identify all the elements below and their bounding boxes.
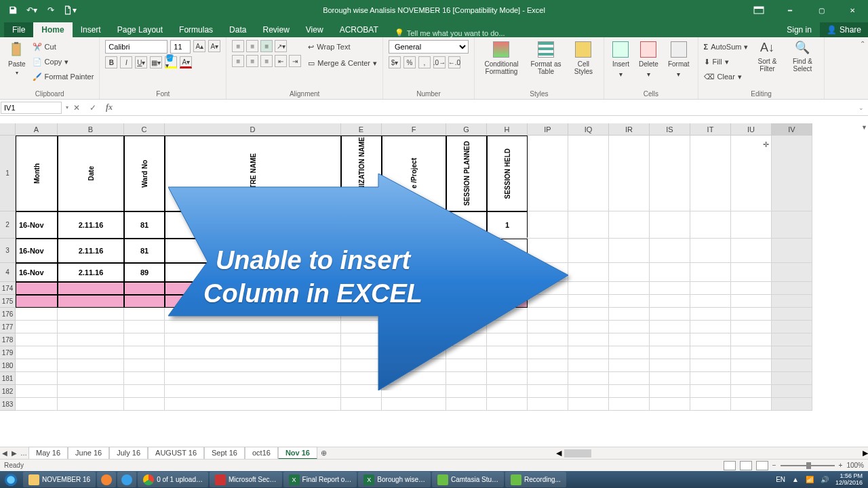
col-header-G[interactable]: G <box>446 123 487 136</box>
cell[interactable] <box>487 385 528 398</box>
cell[interactable] <box>568 282 609 295</box>
copy-button[interactable]: 📄Copy▾ <box>33 55 94 68</box>
row-header[interactable]: 180 <box>0 359 16 372</box>
cell[interactable]: 2.11.16 <box>58 239 124 263</box>
tray-network-icon[interactable]: 📶 <box>806 476 814 483</box>
maximize-icon[interactable]: ▢ <box>806 0 837 20</box>
sign-in-link[interactable]: Sign in <box>778 22 820 37</box>
zoom-level[interactable]: 100% <box>846 462 864 469</box>
cell[interactable] <box>124 295 165 308</box>
cell[interactable] <box>341 359 382 372</box>
cell[interactable] <box>446 308 487 321</box>
cell[interactable] <box>528 333 568 346</box>
tab-data[interactable]: Data <box>221 22 254 37</box>
sheet-tab[interactable]: AUGUST 16 <box>148 447 204 460</box>
cell[interactable] <box>165 372 341 385</box>
col-header-IQ[interactable]: IQ <box>568 123 609 136</box>
cell[interactable] <box>382 333 446 346</box>
taskbar-ie[interactable] <box>117 472 136 487</box>
cell[interactable] <box>124 282 165 295</box>
cell[interactable] <box>609 239 650 263</box>
font-name-input[interactable] <box>105 40 167 54</box>
taskbar-camtasia[interactable]: Camtasia Stu… <box>432 472 504 487</box>
cell[interactable] <box>731 398 772 411</box>
cell[interactable] <box>690 385 731 398</box>
number-format-select[interactable]: General <box>389 40 469 54</box>
col-header-H[interactable]: H <box>487 123 528 136</box>
fill-color-button[interactable]: 🪣▾ <box>165 56 177 68</box>
row-header[interactable]: 1 <box>0 136 16 211</box>
cell[interactable] <box>609 333 650 346</box>
cell[interactable] <box>341 346 382 359</box>
row-header[interactable]: 4 <box>0 263 16 282</box>
cell[interactable] <box>341 398 382 411</box>
cell[interactable] <box>568 333 609 346</box>
cell[interactable] <box>650 239 690 263</box>
cell[interactable] <box>772 211 812 239</box>
cell[interactable] <box>690 321 731 333</box>
sheet-tab[interactable]: oct16 <box>245 447 278 460</box>
row-header[interactable]: 2 <box>0 211 16 239</box>
underline-button[interactable]: U▾ <box>135 56 147 68</box>
col-header-A[interactable]: A <box>16 123 58 136</box>
cell[interactable] <box>568 321 609 333</box>
cell[interactable] <box>568 295 609 308</box>
cell[interactable] <box>487 333 528 346</box>
cell[interactable] <box>58 321 124 333</box>
cell[interactable] <box>568 136 609 211</box>
clear-button[interactable]: ⌫Clear▾ <box>704 70 749 83</box>
undo-icon[interactable]: ↶▾ <box>23 2 41 18</box>
cell[interactable]: 89 <box>124 263 165 282</box>
select-all[interactable] <box>0 123 16 136</box>
cell[interactable] <box>58 346 124 359</box>
cell[interactable] <box>528 398 568 411</box>
cell[interactable] <box>650 308 690 321</box>
cell[interactable] <box>341 211 382 239</box>
cell[interactable] <box>609 308 650 321</box>
cell[interactable] <box>650 211 690 239</box>
page-break-view-icon[interactable] <box>756 461 768 470</box>
decrease-font-icon[interactable]: A▾ <box>208 40 220 52</box>
font-size-input[interactable] <box>170 40 191 54</box>
cell[interactable] <box>165 295 341 308</box>
align-center-icon[interactable]: ≡ <box>246 55 258 67</box>
sheet-tab[interactable]: June 16 <box>68 447 109 460</box>
zoom-in-icon[interactable]: + <box>839 462 843 469</box>
cell[interactable]: 100 <box>487 295 528 308</box>
cell[interactable] <box>568 308 609 321</box>
fill-button[interactable]: ⬇Fill▾ <box>704 55 749 68</box>
cell[interactable] <box>58 398 124 411</box>
tab-file[interactable]: File <box>4 22 33 37</box>
cell[interactable] <box>341 372 382 385</box>
cell[interactable] <box>58 359 124 372</box>
ribbon-options-icon[interactable] <box>743 0 774 20</box>
name-box[interactable] <box>1 102 62 114</box>
cell[interactable] <box>772 385 812 398</box>
expand-formula-icon[interactable]: ⌄ <box>854 104 868 111</box>
cell[interactable] <box>528 295 568 308</box>
font-color-button[interactable]: A▾ <box>180 56 192 68</box>
cell[interactable] <box>165 263 341 282</box>
cell[interactable] <box>341 321 382 333</box>
worksheet-grid[interactable]: ABCDEFGHIPIQIRISITIUIV 1MonthDateWard No… <box>0 123 868 447</box>
cell[interactable] <box>528 211 568 239</box>
tab-formulas[interactable]: Formulas <box>171 22 221 37</box>
cell[interactable] <box>16 321 58 333</box>
cell[interactable] <box>731 239 772 263</box>
cell[interactable] <box>487 308 528 321</box>
cell[interactable] <box>528 308 568 321</box>
row-header[interactable]: 177 <box>0 321 16 333</box>
col-header-IV[interactable]: IV <box>772 123 812 136</box>
cell[interactable] <box>690 372 731 385</box>
cell[interactable] <box>568 346 609 359</box>
taskbar-media[interactable] <box>97 472 116 487</box>
cell[interactable] <box>446 385 487 398</box>
cell[interactable] <box>690 211 731 239</box>
cell[interactable] <box>568 359 609 372</box>
cell[interactable] <box>690 295 731 308</box>
cell[interactable] <box>528 372 568 385</box>
tray-volume-icon[interactable]: 🔊 <box>821 476 829 483</box>
col-header-IT[interactable]: IT <box>690 123 731 136</box>
conditional-formatting-button[interactable]: Conditional Formatting <box>480 40 523 77</box>
delete-button[interactable]: Delete▾ <box>636 40 661 79</box>
